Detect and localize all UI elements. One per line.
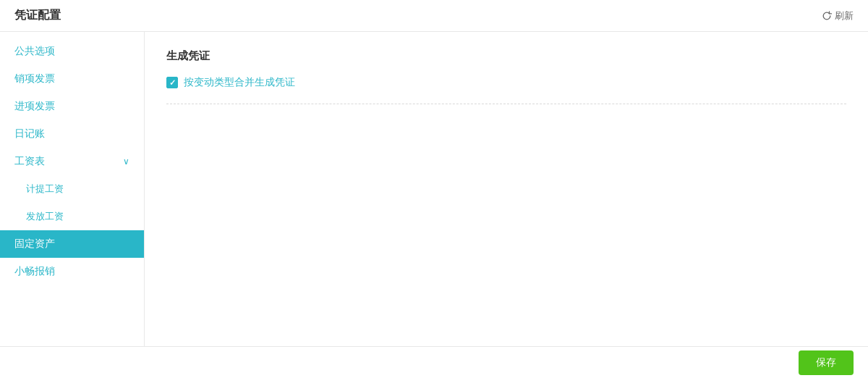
merge-by-type-label[interactable]: 按变动类型合并生成凭证: [184, 76, 295, 89]
sidebar-item-payroll-pay[interactable]: 发放工资: [0, 203, 144, 230]
save-button[interactable]: 保存: [799, 350, 854, 375]
checkbox-row: 按变动类型合并生成凭证: [166, 76, 846, 89]
sidebar-item-purchase-invoice[interactable]: 进项发票: [0, 93, 144, 120]
sidebar-item-sales-invoice[interactable]: 销项发票: [0, 65, 144, 93]
sidebar-item-payroll-calc[interactable]: 计提工资: [0, 175, 144, 203]
sidebar-label: 日记账: [14, 127, 45, 140]
refresh-icon: [822, 11, 832, 21]
sidebar-item-payroll-table[interactable]: 工资表 ∨: [0, 148, 144, 175]
page-footer: 保存: [0, 346, 868, 378]
section-title: 生成凭证: [166, 49, 846, 63]
page-header: 凭证配置 刷新: [0, 0, 868, 32]
merge-by-type-checkbox[interactable]: [166, 77, 178, 88]
sidebar-label: 固定资产: [14, 238, 55, 251]
sidebar-label: 销项发票: [14, 72, 55, 85]
sidebar-item-expense-report[interactable]: 小畅报销: [0, 258, 144, 285]
main-content: 生成凭证 按变动类型合并生成凭证: [145, 32, 868, 346]
main-layout: 公共选项 销项发票 进项发票 日记账 工资表 ∨ 计提工资 发放工资 固定资产 …: [0, 32, 868, 346]
refresh-button[interactable]: 刷新: [822, 9, 854, 22]
sidebar-label: 发放工资: [26, 210, 64, 223]
sidebar-item-public-options[interactable]: 公共选项: [0, 38, 144, 65]
sidebar: 公共选项 销项发票 进项发票 日记账 工资表 ∨ 计提工资 发放工资 固定资产 …: [0, 32, 145, 346]
sidebar-item-journal[interactable]: 日记账: [0, 120, 144, 148]
sidebar-label: 小畅报销: [14, 265, 55, 278]
sidebar-label: 工资表: [14, 155, 45, 168]
sidebar-label: 进项发票: [14, 100, 55, 113]
section-divider: [166, 104, 846, 104]
chevron-down-icon: ∨: [123, 156, 129, 167]
sidebar-label: 公共选项: [14, 45, 55, 58]
page-title: 凭证配置: [14, 8, 61, 23]
sidebar-item-fixed-assets[interactable]: 固定资产: [0, 230, 144, 258]
refresh-label: 刷新: [835, 9, 854, 22]
sidebar-label: 计提工资: [26, 182, 64, 196]
